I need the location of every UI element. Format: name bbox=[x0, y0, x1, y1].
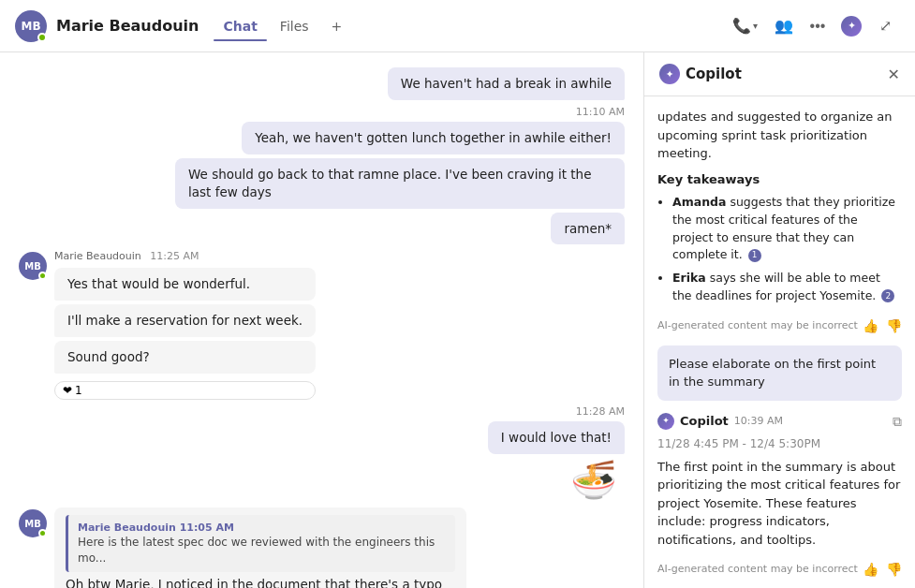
thumbs-down-icon[interactable]: 👎 bbox=[886, 316, 902, 336]
tab-files[interactable]: Files bbox=[271, 13, 318, 39]
reaction-count: 1 bbox=[75, 384, 82, 397]
copilot-response-time: 10:39 AM bbox=[734, 414, 783, 430]
message-bubble: Marie Beaudouin 11:05 AM Here is the lat… bbox=[54, 507, 466, 588]
copilot-response-text: The first point in the summary is about … bbox=[657, 458, 902, 550]
tab-chat[interactable]: Chat bbox=[214, 13, 266, 39]
copilot-prompt-bubble: Please elaborate on the first point in t… bbox=[657, 345, 902, 401]
message-bubble: We should go back to that ramne place. I… bbox=[175, 158, 625, 209]
call-icon: 📞 bbox=[732, 17, 751, 35]
message-bubble: Yeah, we haven't gotten lunch together i… bbox=[242, 122, 625, 154]
sender-status bbox=[38, 272, 47, 280]
main-layout: We haven't had a break in awhile 11:10 A… bbox=[0, 52, 915, 588]
sender-label: Marie Beaudouin 11:25 AM bbox=[54, 250, 316, 262]
reaction-badge[interactable]: ❤️ 1 bbox=[54, 381, 316, 400]
sender-status bbox=[38, 529, 47, 537]
call-dropdown-icon: ▾ bbox=[753, 21, 758, 31]
ai-footer-row: AI-generated content may be incorrect 👍 … bbox=[657, 313, 902, 336]
message-with-avatar: MB Marie Beaudouin 11:25 AM Yes that wou… bbox=[19, 250, 316, 400]
ai-footer-row-2: AI-generated content may be incorrect 👍 … bbox=[657, 556, 902, 580]
takeaway-author: Erika bbox=[672, 271, 706, 285]
copilot-response-header: ✦ Copilot 10:39 AM ⧉ bbox=[657, 412, 902, 432]
copilot-response-date: 11/28 4:45 PM - 12/4 5:30PM bbox=[657, 435, 902, 452]
feedback-icons-2: 👍 👎 bbox=[863, 560, 902, 580]
message-time: 11:28 AM bbox=[576, 405, 625, 418]
header: MB Marie Beaudouin Chat Files + 📞 ▾ 👥 ••… bbox=[0, 0, 915, 52]
message-with-avatar: MB Marie Beaudouin 11:05 AM Here is the … bbox=[19, 507, 466, 588]
sender-avatar: MB bbox=[19, 252, 47, 280]
popout-button[interactable]: ⤢ bbox=[870, 11, 900, 41]
quoted-text: Here is the latest spec doc we reviewed … bbox=[78, 535, 446, 566]
copilot-header: ✦ Copilot ✕ bbox=[644, 52, 915, 96]
message-bubble: We haven't had a break in awhile bbox=[388, 67, 625, 100]
copilot-response-label: Copilot bbox=[680, 412, 729, 431]
copilot-content: updates and suggested to organize an upc… bbox=[644, 96, 915, 588]
quoted-message: Marie Beaudouin 11:05 AM Here is the lat… bbox=[66, 515, 455, 572]
message-bubble: I would love that! bbox=[488, 421, 625, 454]
list-item: Amanda suggests that they prioritize the… bbox=[672, 194, 902, 264]
copilot-icon: ✦ bbox=[841, 16, 862, 37]
header-actions: 📞 ▾ 👥 ••• ✦ ⤢ bbox=[725, 11, 900, 41]
message-row: 11:10 AM Yeah, we haven't gotten lunch t… bbox=[19, 106, 625, 245]
message-bubble: ramen* bbox=[551, 213, 625, 245]
citation-badge[interactable]: 1 bbox=[748, 249, 761, 262]
popout-icon: ⤢ bbox=[879, 17, 892, 35]
message-text: Oh btw Marie, I noticed in the document … bbox=[66, 576, 455, 588]
copilot-button[interactable]: ✦ bbox=[836, 11, 866, 41]
thumbs-up-icon[interactable]: 👍 bbox=[863, 316, 878, 336]
list-item: Erika says she will be able to meet the … bbox=[672, 270, 902, 305]
chat-area: We haven't had a break in awhile 11:10 A… bbox=[0, 52, 643, 588]
message-row: MB Marie Beaudouin 11:25 AM Yes that wou… bbox=[19, 250, 625, 400]
messages-list: We haven't had a break in awhile 11:10 A… bbox=[0, 52, 643, 588]
message-time: 11:10 AM bbox=[576, 106, 625, 118]
copilot-panel: ✦ Copilot ✕ updates and suggested to org… bbox=[643, 52, 915, 588]
message-bubble: I'll make a reservation for next week. bbox=[54, 304, 316, 337]
citation-badge[interactable]: 2 bbox=[881, 289, 894, 302]
copy-icon[interactable]: ⧉ bbox=[893, 412, 902, 432]
sender-avatar: MB bbox=[19, 509, 47, 537]
contact-name: Marie Beaudouin bbox=[56, 17, 199, 35]
thumbs-down-icon-2[interactable]: 👎 bbox=[886, 560, 902, 580]
message-row: We haven't had a break in awhile bbox=[19, 67, 625, 100]
ellipsis-icon: ••• bbox=[810, 18, 826, 35]
message-bubble: Yes that would be wonderful. bbox=[54, 268, 316, 301]
takeaway-author: Amanda bbox=[672, 195, 726, 209]
message-group: Marie Beaudouin 11:05 AM Here is the lat… bbox=[54, 507, 466, 588]
quoted-sender: Marie Beaudouin 11:05 AM bbox=[78, 521, 446, 535]
summary-text: updates and suggested to organize an upc… bbox=[657, 108, 902, 163]
reaction-emoji: ❤️ bbox=[63, 384, 72, 397]
key-takeaways-label: Key takeaways bbox=[657, 170, 902, 189]
call-button[interactable]: 📞 ▾ bbox=[725, 13, 765, 38]
avatar: MB bbox=[15, 10, 47, 42]
header-tabs: Chat Files + bbox=[214, 13, 351, 39]
close-icon[interactable]: ✕ bbox=[888, 66, 900, 83]
feedback-icons: 👍 👎 bbox=[863, 316, 902, 336]
ai-disclaimer-2: AI-generated content may be incorrect bbox=[657, 562, 858, 578]
people-icon: 👥 bbox=[775, 17, 793, 35]
takeaways-list: Amanda suggests that they prioritize the… bbox=[657, 194, 902, 305]
message-row: 11:28 AM I would love that! 🍜 bbox=[19, 405, 625, 502]
ai-disclaimer: AI-generated content may be incorrect bbox=[657, 318, 858, 334]
thumbs-up-icon-2[interactable]: 👍 bbox=[863, 560, 878, 580]
message-row: MB Marie Beaudouin 11:05 AM Here is the … bbox=[19, 507, 625, 588]
people-button[interactable]: 👥 bbox=[769, 11, 799, 41]
ramen-emoji: 🍜 bbox=[570, 458, 625, 502]
copilot-response-icon: ✦ bbox=[657, 413, 674, 430]
message-bubble: Sound good? bbox=[54, 341, 316, 374]
message-group: Marie Beaudouin 11:25 AM Yes that would … bbox=[54, 250, 316, 400]
copilot-title: Copilot bbox=[686, 66, 888, 82]
more-options-button[interactable]: ••• bbox=[803, 11, 833, 41]
online-status-indicator bbox=[37, 33, 47, 42]
copilot-logo-icon: ✦ bbox=[659, 64, 680, 84]
tab-add[interactable]: + bbox=[322, 13, 352, 39]
